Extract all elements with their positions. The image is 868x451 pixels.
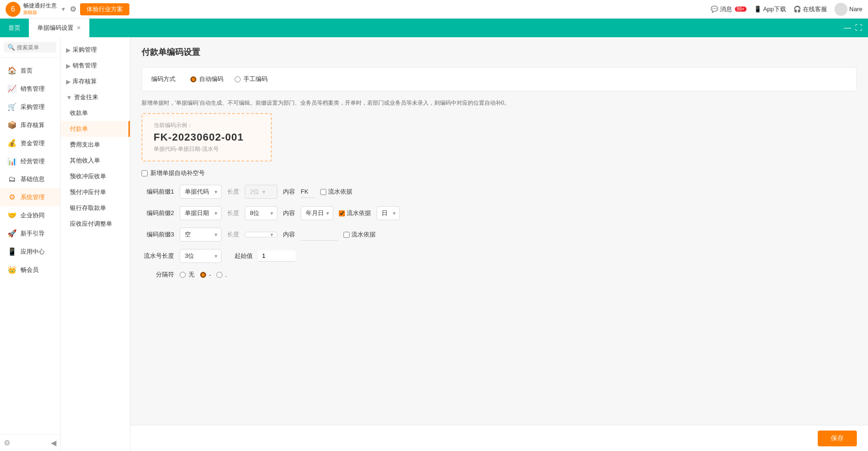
content-2-select[interactable]: 年月日 ▼ — [301, 206, 333, 220]
sidebar-item-vip[interactable]: 👑 畅会员 — [0, 261, 60, 279]
stream-unit-arrow-icon: ▼ — [392, 211, 397, 216]
nav-tabs-actions: — ⛶ — [844, 24, 868, 32]
management-icon: 📊 — [7, 157, 17, 166]
sec-item-pre-payment[interactable]: 预付冲应付单 — [61, 184, 130, 200]
auto-encode-radio[interactable] — [190, 76, 196, 82]
basic-info-icon: 🗂 — [7, 175, 17, 183]
sidebar-item-home[interactable]: 🏠 首页 — [0, 61, 60, 80]
sec-inventory-section[interactable]: ▶ 库存核算 — [61, 74, 130, 89]
stream-checkbox-2[interactable]: 流水依据 — [339, 209, 371, 217]
stream-checkbox-input-2[interactable] — [339, 210, 345, 216]
sidebar-item-management[interactable]: 📊 经营管理 — [0, 152, 60, 170]
prefix-row-1: 编码前缀1 单据代码 ▼ 长度 2位 ▼ 内容 FK 流水依据 — [141, 185, 857, 199]
stream-unit-select[interactable]: 日 ▼ — [377, 206, 400, 220]
sec-item-payment[interactable]: 付款单 — [61, 121, 130, 137]
search-input[interactable] — [17, 44, 54, 51]
prefix-2-select[interactable]: 单据日期 ▼ — [180, 206, 222, 220]
sidebar-item-inventory[interactable]: 📦 库存核算 — [0, 116, 60, 134]
sec-finance-section[interactable]: ▼ 资金往来 — [61, 89, 130, 105]
tab-close-icon[interactable]: ✕ — [76, 25, 81, 31]
sidebar-item-app-center[interactable]: 📱 应用中心 — [0, 242, 60, 261]
separator-none-option[interactable]: 无 — [180, 270, 195, 279]
auto-fill-checkbox-label[interactable]: 新增单据自动补空号 — [141, 169, 857, 177]
top-bar: 6 畅捷通好生意 旗舰版 ▼ ⚙ 体验行业方案 💬 消息 99+ 📱 App下载… — [0, 0, 868, 19]
app-download-item[interactable]: 📱 App下载 — [754, 5, 786, 13]
stream-label-1: 流水依据 — [328, 188, 352, 196]
content-value-3 — [301, 229, 338, 241]
stream-checkbox-1[interactable]: 流水依据 — [320, 188, 352, 196]
prefix-2-value: 单据日期 — [185, 209, 209, 217]
prefix-3-select[interactable]: 空 ▼ — [180, 228, 222, 242]
length-2-select[interactable]: 8位 ▼ — [245, 206, 277, 220]
user-area[interactable]: Nare — [834, 3, 862, 16]
separator-dot-option[interactable]: . — [216, 271, 227, 278]
sec-item-expense[interactable]: 费用支出单 — [61, 137, 130, 153]
length-1-input: 2位 ▼ — [245, 185, 277, 199]
separator-label: 分隔符 — [141, 270, 174, 279]
tab-encoding-settings[interactable]: 单据编码设置 ✕ — [29, 19, 89, 37]
brand-info: 畅捷通好生意 旗舰版 — [23, 2, 57, 15]
preview-label: 当前编码示例： — [154, 121, 260, 129]
sec-purchase-section[interactable]: ▶ 采购管理 — [61, 42, 130, 58]
sidebar-item-system[interactable]: ⚙ 系统管理 — [0, 188, 60, 206]
manual-encode-label: 手工编码 — [243, 75, 268, 83]
sec-item-pre-receipt[interactable]: 预收冲应收单 — [61, 168, 130, 184]
top-bar-right: 💬 消息 99+ 📱 App下载 🎧 在线客服 Nare — [711, 3, 862, 16]
app-label: App下载 — [763, 5, 786, 13]
save-button[interactable]: 保存 — [818, 431, 857, 446]
sec-item-adjust[interactable]: 应收应付调整单 — [61, 216, 130, 232]
auto-encode-option[interactable]: 自动编码 — [190, 75, 223, 83]
length-label-1: 长度 — [227, 188, 239, 196]
length-label-3: 长度 — [227, 230, 239, 239]
page-title: 付款单编码设置 — [141, 47, 857, 58]
content-2-arrow-icon: ▼ — [325, 211, 330, 216]
sidebar-settings-icon[interactable]: ⚙ — [4, 438, 10, 447]
separator-dash-option[interactable]: - — [200, 271, 211, 278]
encoding-method-card: 编码方式 自动编码 手工编码 — [141, 67, 857, 91]
tab-home[interactable]: 首页 — [0, 19, 29, 37]
sidebar-collapse-icon[interactable]: ◀ — [51, 438, 56, 447]
separator-dash-radio[interactable] — [200, 272, 206, 278]
sec-item-receipt[interactable]: 收款单 — [61, 105, 130, 121]
stream-checkbox-input-1[interactable] — [320, 189, 326, 195]
sidebar-item-purchase[interactable]: 🛒 采购管理 — [0, 98, 60, 116]
settings-icon[interactable]: ⚙ — [70, 5, 76, 13]
sec-arrow-inventory: ▶ — [66, 78, 71, 85]
sidebar-search-inner[interactable]: 🔍 — [4, 42, 56, 53]
content-area: 付款单编码设置 编码方式 自动编码 手工编码 新增单据时，'单据编码'自动生成、… — [130, 37, 868, 451]
nav-maximize-icon[interactable]: ⛶ — [855, 24, 862, 32]
sidebar-item-guide[interactable]: 🚀 新手引导 — [0, 224, 60, 242]
app-center-icon: 📱 — [7, 247, 17, 256]
trial-button[interactable]: 体验行业方案 — [80, 3, 129, 15]
separator-dot-radio[interactable] — [216, 272, 222, 278]
sidebar-item-basic-info[interactable]: 🗂 基础信息 — [0, 170, 60, 188]
system-icon: ⚙ — [7, 193, 17, 202]
sec-item-bank[interactable]: 银行存取款单 — [61, 200, 130, 216]
dropdown-arrow-icon[interactable]: ▼ — [61, 6, 66, 13]
prefix-1-select[interactable]: 单据代码 ▼ — [180, 185, 222, 199]
nav-minimize-icon[interactable]: — — [844, 24, 851, 32]
message-item[interactable]: 💬 消息 99+ — [711, 5, 747, 13]
manual-encode-option[interactable]: 手工编码 — [235, 75, 268, 83]
vip-icon: 👑 — [7, 265, 17, 274]
sec-sales-section[interactable]: ▶ 销售管理 — [61, 58, 130, 74]
service-item[interactable]: 🎧 在线客服 — [794, 5, 827, 13]
enterprise-icon: 🤝 — [7, 211, 17, 220]
service-label: 在线客服 — [803, 5, 827, 13]
stream-checkbox-input-3[interactable] — [343, 232, 350, 238]
sidebar-item-finance[interactable]: 💰 资金管理 — [0, 134, 60, 152]
manual-encode-radio[interactable] — [235, 76, 241, 82]
sidebar-item-enterprise[interactable]: 🤝 企业协同 — [0, 206, 60, 224]
length-3-select[interactable]: ▼ — [245, 232, 277, 237]
sidebar-item-sales[interactable]: 📈 销售管理 — [0, 80, 60, 98]
stream-label-2: 流水依据 — [347, 209, 371, 217]
stream-checkbox-3[interactable]: 流水依据 — [343, 230, 376, 239]
encoding-radio-group: 编码方式 自动编码 手工编码 — [151, 75, 847, 83]
stream-label-3: 流水依据 — [351, 230, 376, 239]
start-value-input[interactable] — [258, 250, 296, 262]
sec-item-other-income[interactable]: 其他收入单 — [61, 153, 130, 168]
separator-none-label: 无 — [188, 270, 195, 279]
serial-length-select[interactable]: 3位 ▼ — [180, 249, 222, 263]
separator-none-radio[interactable] — [180, 272, 186, 278]
auto-fill-checkbox[interactable] — [141, 170, 148, 176]
